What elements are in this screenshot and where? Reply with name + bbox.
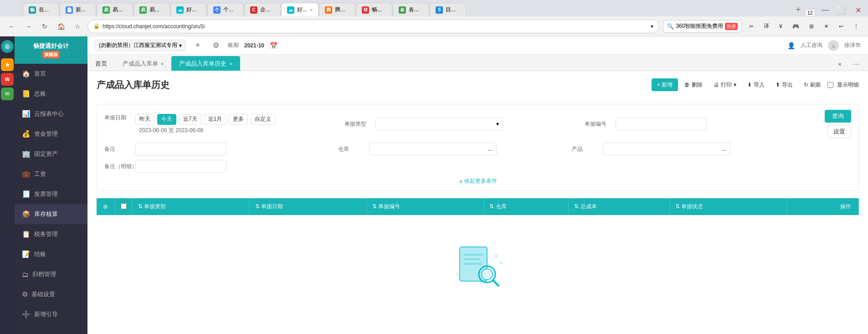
sidebar-icon-email[interactable]: ✉ <box>1 87 14 100</box>
browser-tab-9[interactable]: 腾 腾... <box>319 3 355 16</box>
new-record-button[interactable]: + 新增 <box>652 78 678 91</box>
table-col-total-cost[interactable]: ⇅ 总成本 <box>569 198 670 215</box>
theme-button[interactable]: ☀ <box>820 20 832 33</box>
apps-button[interactable]: ⊞ <box>806 20 817 33</box>
panel-more-button[interactable]: ⋯ <box>850 58 863 71</box>
doc-number-filter-input[interactable] <box>616 118 707 130</box>
type-filter-select[interactable]: ▾ <box>375 118 503 130</box>
delete-button[interactable]: 🗑 删除 <box>680 78 707 91</box>
browser-tab-5[interactable]: ☁ 好... <box>170 3 207 16</box>
display-toggle[interactable]: 显示明细 <box>827 81 859 89</box>
warehouse-filter-select[interactable]: ... <box>369 143 497 155</box>
sidebar-item-new-form[interactable]: ➕ 新增引导 <box>15 304 87 324</box>
table-col-doc-type[interactable]: ⇅ 单据类型 <box>132 198 249 215</box>
window-close-button[interactable]: ✕ <box>852 4 864 16</box>
browser-tab-10[interactable]: M 畅... <box>356 3 392 16</box>
user-service-label[interactable]: 人工咨询 <box>801 41 822 49</box>
sidebar-item-inventory[interactable]: 📦 库存核算 <box>15 204 87 224</box>
date-btn-more[interactable]: 更多 <box>229 114 248 125</box>
gamepad-button[interactable]: 🎮 <box>789 20 803 33</box>
translate-button[interactable]: 译 <box>760 20 773 33</box>
table-select-all-checkbox[interactable] <box>121 203 127 209</box>
tab-8-close-icon[interactable]: × <box>310 7 313 13</box>
security-lock-icon: 🔒 <box>93 23 100 29</box>
note-filter-input[interactable] <box>135 143 226 155</box>
table-col-gear[interactable]: ⚙ <box>97 198 115 215</box>
page-tab-history[interactable]: 产成品入库单历史 × <box>171 56 240 71</box>
close-panel-button[interactable]: × <box>833 58 846 71</box>
browser-tab-8[interactable]: ☁ 好... × <box>281 3 318 16</box>
table-col-doc-status[interactable]: ⇅ 单据状态 <box>669 198 786 215</box>
export-button[interactable]: ⬆ 导出 <box>771 78 797 91</box>
query-button[interactable]: 查询 <box>825 110 851 123</box>
date-btn-1month[interactable]: 近1月 <box>204 114 226 125</box>
add-company-button[interactable]: + <box>191 39 204 52</box>
date-btn-today[interactable]: 今天 <box>157 114 176 125</box>
sidebar-item-archive[interactable]: 🗂 归档管理 <box>15 264 87 284</box>
product-filter-select[interactable]: ... <box>603 143 730 155</box>
home-button[interactable]: 🏠 <box>55 20 67 33</box>
currency-button[interactable]: ¥ <box>776 20 786 33</box>
display-toggle-checkbox[interactable] <box>827 82 833 88</box>
sidebar-item-home[interactable]: 🏠 首页 <box>15 64 87 84</box>
browser-tab-4[interactable]: 易 易... <box>134 3 170 16</box>
sidebar-item-basic-settings[interactable]: ⚙ 基础设置 <box>15 284 87 304</box>
company-selector[interactable]: (勿删勿禁用）江西服宝测试专用 ▾ <box>95 40 186 51</box>
fund-management-icon: 💰 <box>22 130 31 138</box>
bookmark-button[interactable]: ☆ <box>71 20 84 33</box>
date-btn-7days[interactable]: 近7天 <box>179 114 201 125</box>
browser-tab-12[interactable]: S 目... <box>430 3 466 16</box>
sidebar-item-invoice[interactable]: 🧾 发票管理 <box>15 184 87 204</box>
company-settings-button[interactable]: ⚙ <box>210 39 222 52</box>
export-icon: ⬆ <box>776 82 780 88</box>
settings-button[interactable]: ⋮ <box>850 20 863 33</box>
window-minimize-button[interactable]: — <box>819 4 832 16</box>
col-warehouse-label: ⇅ 仓库 <box>489 203 506 210</box>
browser-tab-3[interactable]: 易 易... <box>97 3 133 16</box>
page-tab-home[interactable]: 首页 <box>87 56 115 71</box>
sidebar-item-settlement[interactable]: 📝 结账 <box>15 244 87 264</box>
date-btn-custom[interactable]: 自定义 <box>251 114 275 125</box>
scissors-button[interactable]: ✂ <box>745 20 757 33</box>
detail-note-filter-input[interactable] <box>135 160 226 173</box>
filter-setting-button[interactable]: 设置 <box>827 125 851 138</box>
import-button[interactable]: ⬇ 导入 <box>743 78 769 91</box>
browser-tab-11[interactable]: 各 各... <box>393 3 429 16</box>
svg-text:C: C <box>6 45 9 49</box>
sidebar-item-general-ledger[interactable]: 📒 总账 <box>15 84 87 104</box>
app-logo-icon[interactable]: C <box>1 40 14 53</box>
user-name: 徐泽华 <box>844 41 861 49</box>
sidebar-item-fund-management[interactable]: 💰 资金管理 <box>15 124 87 144</box>
browser-tab-7[interactable]: C 企... <box>244 3 281 16</box>
filter-section: 单据日期 昨天 今天 近7天 近1月 更多 自定义 2 <box>97 104 859 191</box>
new-tab-button[interactable]: + <box>791 3 805 16</box>
address-bar[interactable]: 🔒 https://cloud.chanjet.com/accounting/u… <box>87 20 659 33</box>
sidebar-item-report-center[interactable]: 📊 云报表中心 <box>15 104 87 124</box>
page-tab-list[interactable]: 产成品入库单 × <box>115 56 171 71</box>
table-col-doc-date[interactable]: ⇅ 单据日期 <box>249 198 366 215</box>
browser-tab-2[interactable]: 📄 新... <box>60 3 96 16</box>
sidebar-item-payroll[interactable]: 💼 工资 <box>15 164 87 184</box>
sidebar-icon-star[interactable]: ★ <box>1 58 14 71</box>
refresh-data-button[interactable]: ↻ 刷新 <box>799 78 826 91</box>
sidebar-icon-weibo[interactable]: W <box>1 73 14 86</box>
print-button[interactable]: 🖨 打印 ▾ <box>709 78 741 91</box>
page-tab-history-close-icon[interactable]: × <box>229 61 232 67</box>
window-maximize-button[interactable]: ⬜ <box>835 4 848 16</box>
undo-button[interactable]: ↩ <box>835 20 847 33</box>
page-tab-list-close-icon[interactable]: × <box>161 61 164 67</box>
forward-button[interactable]: → <box>22 20 35 33</box>
browser-search-box[interactable]: 🔍 360智能抠图免费用 热搜 <box>663 20 742 33</box>
back-button[interactable]: ← <box>5 20 18 33</box>
table-col-warehouse[interactable]: ⇅ 仓库 <box>484 198 569 215</box>
collapse-filter-button[interactable]: ∧ 收起更多条件 <box>104 177 851 185</box>
date-btn-yesterday[interactable]: 昨天 <box>135 114 154 125</box>
period-calendar-icon[interactable]: 📅 <box>270 42 277 49</box>
sidebar-item-fixed-assets[interactable]: 🏢 固定资产 <box>15 144 87 164</box>
sidebar-item-tax[interactable]: 📋 税务管理 <box>15 224 87 244</box>
browser-tab-1[interactable]: 畅 在... <box>23 3 59 16</box>
table-col-checkbox[interactable] <box>115 198 132 215</box>
browser-tab-6[interactable]: 个 个... <box>207 3 244 16</box>
table-col-doc-number[interactable]: ⇅ 单据编号 <box>367 198 484 215</box>
refresh-button[interactable]: ↻ <box>38 20 51 33</box>
